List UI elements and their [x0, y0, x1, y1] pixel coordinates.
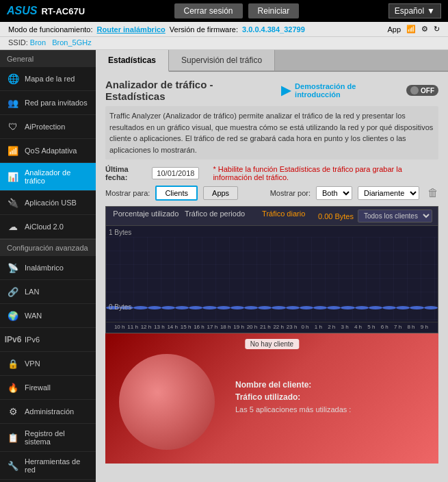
- header-icons: App 📶 ⚙ ↻: [387, 25, 440, 34]
- sidebar-label-vpn: VPN: [25, 359, 40, 368]
- sidebar-label-wan: WAN: [25, 312, 42, 320]
- x-label: 6 h: [378, 324, 391, 330]
- sidebar-label-wireless: Inalámbrico: [25, 264, 64, 272]
- chart-header: Porcentaje utilizado Tráfico de periodo …: [106, 207, 438, 226]
- page-title-row: Analizador de tráfico - Estadísticas ▶ D…: [105, 79, 438, 102]
- intro-demo-button[interactable]: ▶ Demostración de introducción OFF: [281, 82, 438, 99]
- clients-button[interactable]: Clients: [155, 186, 198, 201]
- sidebar-label-admin: Administración: [25, 407, 74, 416]
- ssid1-link[interactable]: Bron: [30, 38, 46, 47]
- sidebar-label-traffic-analyzer: Analizador de tráfico: [25, 168, 89, 185]
- ssid2-link[interactable]: Bron_5GHz: [52, 38, 91, 47]
- chart-dot: [258, 306, 272, 309]
- sidebar-label-firewall: Firewall: [25, 383, 51, 392]
- mode-value-link[interactable]: Router inalámbrico: [97, 25, 166, 34]
- sidebar-label-syslog: Registro del sistema: [25, 429, 89, 446]
- chart-dot: [327, 306, 341, 309]
- lang-label: Español: [395, 6, 424, 16]
- sidebar-item-aiprotection[interactable]: AiProtection: [0, 115, 96, 139]
- sidebar-label-usb: Aplicación USB: [25, 199, 77, 207]
- x-label: 18 h: [219, 324, 232, 330]
- x-label: 3 h: [338, 324, 351, 330]
- x-label: 19 h: [232, 324, 245, 330]
- chart-dot: [424, 306, 438, 309]
- both-select[interactable]: Both: [316, 186, 352, 200]
- chart-col2-label: Tráfico de periodo: [181, 210, 250, 223]
- sidebar-label-guest-network: Red para invitados: [25, 99, 88, 107]
- tabs-bar: Estadísticas Supervisión del tráfico: [96, 50, 448, 72]
- refresh-icon[interactable]: ↻: [434, 25, 440, 34]
- sidebar-item-vpn[interactable]: VPN: [0, 352, 96, 376]
- chart-dot: [133, 306, 147, 309]
- x-label: 4 h: [352, 324, 365, 330]
- sidebar-label-ipv6: IPv6: [25, 335, 40, 344]
- clients-select[interactable]: Todos los clientes: [358, 210, 432, 223]
- ssid-label: SSID:: [8, 38, 28, 47]
- syslog-icon: [7, 431, 19, 444]
- chart-col3-value: 0.00 Bytes: [318, 212, 354, 220]
- firewall-icon: [7, 381, 19, 394]
- chart-dots: [106, 306, 438, 309]
- sidebar-item-aicloud[interactable]: AiCloud 2.0: [0, 215, 96, 239]
- chart-dot: [217, 306, 230, 309]
- filter-row: Mostrar para: Clients Apps Mostrar por: …: [105, 186, 438, 201]
- sidebar-item-wan[interactable]: WAN: [0, 304, 96, 328]
- toggle-circle: [410, 86, 419, 94]
- show-for-label: Mostrar para:: [105, 189, 150, 197]
- sidebar-item-firewall[interactable]: Firewall: [0, 376, 96, 400]
- tab-statistics[interactable]: Estadísticas: [96, 50, 169, 72]
- wan-icon: [7, 309, 19, 322]
- info-bar: Modo de funcionamiento: Router inalámbri…: [0, 22, 448, 37]
- sidebar-item-tools[interactable]: Herramientas de red: [0, 452, 96, 480]
- sidebar-label-qos: QoS Adaptativa: [25, 147, 77, 155]
- date-label: Última fecha:: [105, 165, 145, 181]
- x-label: 23 h: [285, 324, 298, 330]
- daily-select[interactable]: Diariamente: [358, 186, 419, 200]
- chart-dot: [272, 306, 285, 309]
- toggle-label: OFF: [421, 87, 434, 94]
- sidebar-label-lan: LAN: [25, 288, 39, 296]
- sidebar-item-traffic-analyzer[interactable]: Analizador de tráfico: [0, 163, 96, 191]
- sidebar-item-wireless[interactable]: Inalámbrico: [0, 256, 96, 280]
- sidebar-item-guest-network[interactable]: Red para invitados: [0, 91, 96, 115]
- chart-body: 1 Bytes 0 Bytes: [106, 226, 438, 322]
- pie-traffic-row: Tráfico utilizado:: [235, 392, 351, 402]
- admin-icon: [7, 405, 19, 418]
- logout-button[interactable]: Cerrar sesión: [174, 3, 243, 18]
- trash-icon[interactable]: 🗑: [427, 187, 438, 199]
- restart-button[interactable]: Reiniciar: [248, 3, 300, 18]
- sidebar-item-lan[interactable]: LAN: [0, 280, 96, 304]
- chart-dot: [300, 306, 313, 309]
- sidebar-item-syslog[interactable]: Registro del sistema: [0, 424, 96, 452]
- sidebar-item-ipv6[interactable]: IPv6 IPv6: [0, 328, 96, 352]
- x-label: 7 h: [391, 324, 404, 330]
- chart-dot: [410, 306, 423, 309]
- tools-icon: [7, 459, 19, 472]
- sidebar-item-network-map[interactable]: Mapa de la red: [0, 67, 96, 91]
- chart-dot: [175, 306, 189, 309]
- sidebar-item-qos[interactable]: QoS Adaptativa: [0, 139, 96, 163]
- pie-traffic-label: Tráfico utilizado:: [235, 392, 300, 402]
- settings-icon[interactable]: ⚙: [421, 25, 428, 34]
- app-label: App: [387, 25, 401, 34]
- chart-dot: [286, 306, 300, 309]
- sidebar-item-usb[interactable]: Aplicación USB: [0, 191, 96, 215]
- intro-label: Demostración de introducción: [295, 82, 402, 99]
- chart-col1-label: Porcentaje utilizado: [111, 210, 181, 223]
- language-selector[interactable]: Español ▼: [388, 3, 441, 18]
- x-label: 21 h: [259, 324, 272, 330]
- tab-monitor[interactable]: Supervisión del tráfico: [169, 50, 275, 71]
- sidebar-item-admin[interactable]: Administración: [0, 400, 96, 424]
- content-area: Estadísticas Supervisión del tráfico Ana…: [96, 50, 448, 482]
- signal-icon[interactable]: 📶: [406, 25, 416, 34]
- chart-icon: [7, 170, 19, 183]
- toggle-switch[interactable]: OFF: [406, 85, 438, 96]
- enable-note: * Habilite la función Estadísticas de tr…: [213, 165, 438, 181]
- asus-logo-text: ASUS: [7, 5, 37, 17]
- fw-label: Versión de firmware:: [170, 25, 238, 34]
- apps-button[interactable]: Apps: [203, 186, 238, 200]
- sidebar: General Mapa de la red Red para invitado…: [0, 50, 96, 482]
- pie-area: No hay cliente Nombre del cliente: Tráfi…: [105, 333, 438, 464]
- x-label: 17 h: [206, 324, 219, 330]
- chart-col3-label: Tráfico diario: [249, 210, 318, 223]
